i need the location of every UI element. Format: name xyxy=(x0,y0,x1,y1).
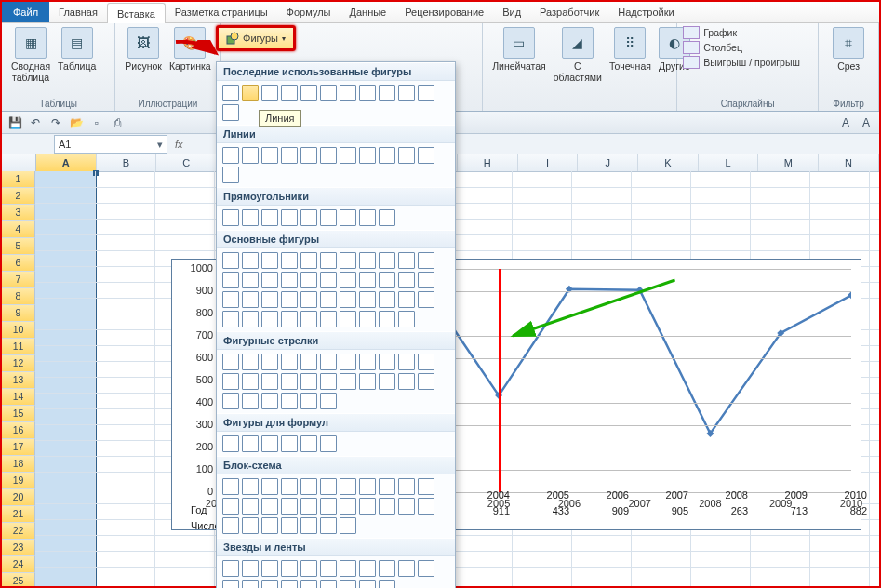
shape-item[interactable] xyxy=(242,311,259,327)
shape-item[interactable] xyxy=(418,498,434,514)
shape-item[interactable] xyxy=(300,291,317,308)
shape-item[interactable] xyxy=(320,560,337,577)
row-header[interactable]: 18 xyxy=(2,456,35,473)
shape-item[interactable] xyxy=(379,498,395,514)
shape-item[interactable] xyxy=(320,291,337,308)
cell-count[interactable]: 882 xyxy=(811,503,871,519)
col-header-L[interactable]: L xyxy=(699,154,759,171)
table-button[interactable]: ▤Таблица xyxy=(54,25,100,85)
shape-item[interactable] xyxy=(398,291,415,308)
shape-item[interactable] xyxy=(379,311,395,327)
shape-item[interactable] xyxy=(242,580,259,588)
shape-item[interactable] xyxy=(398,147,415,164)
shape-item[interactable] xyxy=(418,354,434,370)
shape-item[interactable] xyxy=(281,147,298,164)
shape-item[interactable] xyxy=(300,517,317,534)
row-header[interactable]: 22 xyxy=(2,523,35,540)
shape-item[interactable] xyxy=(359,311,376,327)
tab-insert[interactable]: Вставка xyxy=(107,3,166,23)
shape-item[interactable] xyxy=(222,393,239,409)
shape-item[interactable] xyxy=(242,517,259,534)
picture-button[interactable]: 🖼Рисунок xyxy=(121,25,166,74)
shape-item[interactable] xyxy=(281,209,298,226)
row-header[interactable]: 2 xyxy=(2,188,35,205)
qat-btn[interactable]: A xyxy=(857,114,875,132)
cell-year[interactable]: 2009 xyxy=(752,488,811,503)
file-tab[interactable]: Файл xyxy=(2,2,49,22)
shape-item[interactable] xyxy=(300,252,317,269)
qat-btn[interactable]: A xyxy=(836,114,855,132)
shape-item[interactable] xyxy=(300,272,317,288)
shape-item[interactable] xyxy=(222,167,239,183)
shape-item[interactable] xyxy=(300,209,317,226)
shape-item[interactable] xyxy=(340,498,356,514)
shape-item[interactable] xyxy=(281,393,298,409)
shape-item[interactable] xyxy=(281,478,298,495)
cell-count[interactable]: 433 xyxy=(514,503,573,519)
tab-developer[interactable]: Разработчик xyxy=(530,2,608,22)
shape-item[interactable] xyxy=(242,373,259,390)
col-header-B[interactable]: B xyxy=(97,154,157,171)
row-header[interactable]: 8 xyxy=(2,288,35,305)
shape-item[interactable] xyxy=(222,147,239,164)
shape-item[interactable] xyxy=(359,373,376,390)
shape-item[interactable] xyxy=(222,252,239,269)
shape-item[interactable] xyxy=(242,435,259,452)
shape-item[interactable] xyxy=(320,252,337,269)
shape-item[interactable] xyxy=(222,560,239,577)
col-header-J[interactable]: J xyxy=(578,154,638,171)
shape-item[interactable] xyxy=(300,311,317,327)
shape-item[interactable] xyxy=(222,291,239,308)
col-header-I[interactable]: I xyxy=(518,154,579,171)
tab-home[interactable]: Главная xyxy=(49,2,107,22)
shape-item[interactable] xyxy=(242,147,259,164)
row-header[interactable]: 13 xyxy=(2,372,35,389)
row-header[interactable]: 7 xyxy=(2,272,35,288)
tab-addins[interactable]: Надстройки xyxy=(608,2,683,22)
qat-new-icon[interactable]: ▫ xyxy=(87,114,106,132)
shape-item[interactable] xyxy=(300,580,317,588)
row-header[interactable]: 21 xyxy=(2,506,35,523)
shape-item[interactable] xyxy=(242,252,259,269)
shape-item[interactable] xyxy=(261,580,278,588)
row-header[interactable]: 20 xyxy=(2,489,35,506)
shape-item[interactable] xyxy=(340,354,356,370)
shape-item[interactable] xyxy=(261,85,278,101)
shape-item[interactable] xyxy=(379,147,395,164)
shape-item[interactable] xyxy=(281,291,298,308)
fx-icon[interactable]: fx xyxy=(175,139,183,150)
shape-item[interactable] xyxy=(320,517,337,534)
shape-item[interactable] xyxy=(320,354,337,370)
shape-item[interactable] xyxy=(359,580,376,588)
shape-item[interactable] xyxy=(261,478,278,495)
pivot-table-button[interactable]: ▦Сводная таблица xyxy=(7,25,54,85)
shape-item[interactable] xyxy=(418,291,434,308)
shape-item[interactable] xyxy=(261,354,278,370)
sparkline-column[interactable]: Столбец xyxy=(683,40,812,55)
shape-item[interactable] xyxy=(222,580,239,588)
shape-item[interactable] xyxy=(359,252,376,269)
shape-item[interactable] xyxy=(242,291,259,308)
clipart-button[interactable]: 🎨Картинка xyxy=(166,25,215,74)
shape-item[interactable] xyxy=(261,311,278,327)
shape-item[interactable] xyxy=(222,104,239,121)
tab-view[interactable]: Вид xyxy=(493,2,530,22)
tab-review[interactable]: Рецензирование xyxy=(395,2,493,22)
row-header[interactable]: 10 xyxy=(2,322,35,339)
shape-item[interactable] xyxy=(340,85,356,101)
shape-item[interactable] xyxy=(281,435,298,452)
shape-item[interactable] xyxy=(340,209,356,226)
shape-item[interactable] xyxy=(379,252,395,269)
shape-item[interactable] xyxy=(261,272,278,288)
tab-data[interactable]: Данные xyxy=(340,2,395,22)
shape-item[interactable] xyxy=(379,272,395,288)
slicer-button[interactable]: ⌗Срез xyxy=(824,25,873,74)
shape-item[interactable] xyxy=(242,272,259,288)
row-header[interactable]: 15 xyxy=(2,406,35,422)
shape-item[interactable] xyxy=(379,209,395,226)
shape-item[interactable] xyxy=(379,373,395,390)
shape-item[interactable] xyxy=(340,291,356,308)
shape-item[interactable] xyxy=(261,252,278,269)
row-header[interactable]: 3 xyxy=(2,205,35,221)
shape-item[interactable] xyxy=(222,272,239,288)
